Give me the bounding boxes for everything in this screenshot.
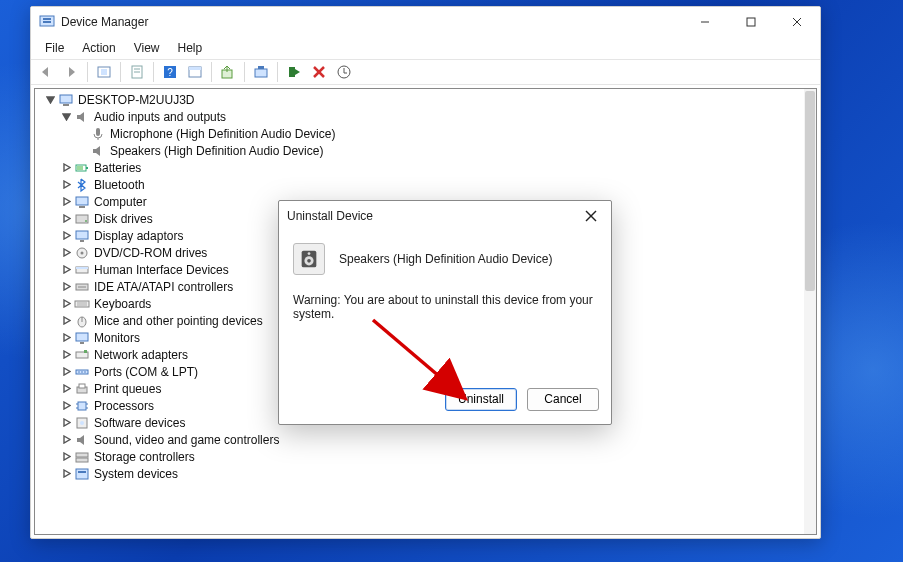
help-button[interactable]: ? <box>159 61 181 83</box>
expand-icon[interactable] <box>59 365 73 379</box>
svg-rect-47 <box>76 333 88 341</box>
expand-icon[interactable] <box>59 382 73 396</box>
svg-point-52 <box>78 371 80 373</box>
category-icon <box>74 398 90 414</box>
tree-node-bluetooth[interactable]: Bluetooth <box>37 176 804 193</box>
menu-file[interactable]: File <box>37 39 72 57</box>
svg-point-37 <box>81 251 84 254</box>
uninstall-device-button[interactable] <box>333 61 355 83</box>
speaker-icon <box>74 109 90 125</box>
svg-rect-4 <box>747 18 755 26</box>
category-icon <box>74 347 90 363</box>
category-icon <box>74 432 90 448</box>
menu-view[interactable]: View <box>126 39 168 57</box>
tree-leaf-speakers[interactable]: Speakers (High Definition Audio Device) <box>37 142 804 159</box>
expand-icon[interactable] <box>59 314 73 328</box>
category-icon <box>74 160 90 176</box>
tree-leaf-label: Speakers (High Definition Audio Device) <box>109 144 323 158</box>
expand-icon[interactable] <box>59 399 73 413</box>
menu-help[interactable]: Help <box>170 39 211 57</box>
expand-icon[interactable] <box>59 331 73 345</box>
svg-rect-64 <box>76 453 88 457</box>
svg-rect-28 <box>86 167 88 169</box>
legacy-hw-button[interactable] <box>184 61 206 83</box>
properties-button[interactable] <box>126 61 148 83</box>
uninstall-button[interactable]: Uninstall <box>445 388 517 411</box>
scan-hw-button[interactable] <box>250 61 272 83</box>
tree-node-label: Human Interface Devices <box>93 263 229 277</box>
toolbar-separator <box>153 62 154 82</box>
expand-icon[interactable] <box>59 161 73 175</box>
dialog-body: Speakers (High Definition Audio Device) … <box>279 231 611 374</box>
expand-icon[interactable] <box>59 348 73 362</box>
expand-icon[interactable] <box>59 178 73 192</box>
disable-device-button[interactable] <box>308 61 330 83</box>
expand-icon[interactable] <box>59 280 73 294</box>
tree-node-label: Display adaptors <box>93 229 183 243</box>
category-icon <box>74 228 90 244</box>
tree-node-system-devices[interactable]: System devices <box>37 465 804 482</box>
dialog-title: Uninstall Device <box>287 209 373 223</box>
menu-action[interactable]: Action <box>74 39 123 57</box>
toolbar-separator <box>120 62 121 82</box>
expand-icon[interactable] <box>59 263 73 277</box>
toolbar-separator <box>211 62 212 82</box>
dialog-footer: Uninstall Cancel <box>279 374 611 424</box>
svg-rect-57 <box>78 402 86 410</box>
expand-icon[interactable] <box>59 416 73 430</box>
tree-node-label: Mice and other pointing devices <box>93 314 263 328</box>
expand-icon[interactable] <box>59 246 73 260</box>
toolbar-separator <box>277 62 278 82</box>
dialog-close-button[interactable] <box>579 204 603 228</box>
close-window-button[interactable] <box>774 7 820 37</box>
tree-node-sound-video-and-game-controllers[interactable]: Sound, video and game controllers <box>37 431 804 448</box>
category-icon <box>74 381 90 397</box>
scrollbar-thumb[interactable] <box>805 91 815 291</box>
tree-node-label: Keyboards <box>93 297 151 311</box>
toolbar-separator <box>244 62 245 82</box>
expand-icon[interactable] <box>59 297 73 311</box>
expand-icon[interactable] <box>59 229 73 243</box>
minimize-button[interactable] <box>682 7 728 37</box>
tree-leaf-microphone[interactable]: Microphone (High Definition Audio Device… <box>37 125 804 142</box>
svg-rect-56 <box>79 384 85 388</box>
tree-node-label: Disk drives <box>93 212 153 226</box>
cancel-button[interactable]: Cancel <box>527 388 599 411</box>
category-icon <box>74 279 90 295</box>
tree-node-audio[interactable]: Audio inputs and outputs <box>37 108 804 125</box>
category-icon <box>74 245 90 261</box>
expand-icon[interactable] <box>59 195 73 209</box>
microphone-icon <box>90 126 106 142</box>
dialog-warning-text: Warning: You are about to uninstall this… <box>293 293 597 321</box>
back-button[interactable] <box>35 61 57 83</box>
tree-node-label: System devices <box>93 467 178 481</box>
expand-icon[interactable] <box>59 212 73 226</box>
enable-device-button[interactable] <box>283 61 305 83</box>
maximize-button[interactable] <box>728 7 774 37</box>
show-hidden-button[interactable] <box>93 61 115 83</box>
tree-node-label: Network adapters <box>93 348 188 362</box>
svg-rect-31 <box>79 206 85 208</box>
category-icon <box>74 364 90 380</box>
expand-icon[interactable] <box>43 93 57 107</box>
svg-rect-18 <box>258 66 264 69</box>
tree-node-label: Storage controllers <box>93 450 195 464</box>
expand-icon[interactable] <box>59 433 73 447</box>
tree-node-storage-controllers[interactable]: Storage controllers <box>37 448 804 465</box>
dialog-device-row: Speakers (High Definition Audio Device) <box>293 243 597 275</box>
tree-node-label: Audio inputs and outputs <box>93 110 226 124</box>
toolbar: ? <box>31 59 820 85</box>
vertical-scrollbar[interactable] <box>804 89 816 534</box>
dialog-device-name: Speakers (High Definition Audio Device) <box>339 252 552 266</box>
tree-root[interactable]: DESKTOP-M2UUJ3D <box>37 91 804 108</box>
expand-icon[interactable] <box>59 467 73 481</box>
tree-node-batteries[interactable]: Batteries <box>37 159 804 176</box>
expand-icon[interactable] <box>59 110 73 124</box>
expand-icon[interactable] <box>59 450 73 464</box>
tree-node-label: Batteries <box>93 161 141 175</box>
svg-rect-2 <box>43 21 51 23</box>
svg-rect-48 <box>80 342 84 344</box>
svg-rect-24 <box>63 104 69 106</box>
update-driver-button[interactable] <box>217 61 239 83</box>
forward-button[interactable] <box>60 61 82 83</box>
